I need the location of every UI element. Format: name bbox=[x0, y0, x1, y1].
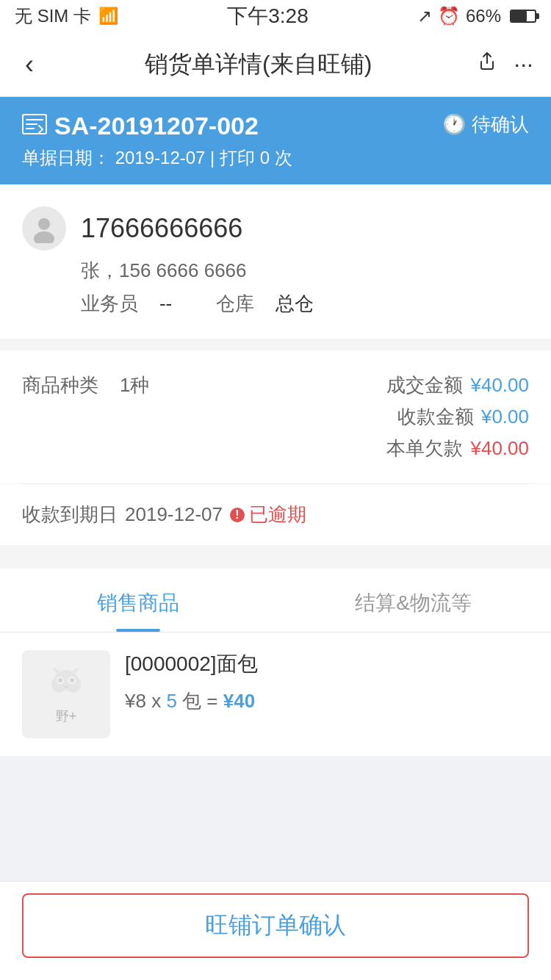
order-icon bbox=[22, 112, 47, 140]
total-value: ¥40 bbox=[223, 690, 255, 712]
salesperson-label: 业务员 -- bbox=[81, 291, 172, 317]
overdue-badge: ! 已逾期 bbox=[230, 502, 306, 527]
wifi-icon: 📶 bbox=[98, 7, 118, 26]
carrier-text: 无 SIM 卡 bbox=[15, 4, 91, 28]
confirm-order-button[interactable]: 旺铺订单确认 bbox=[22, 893, 529, 958]
customer-phone: 17666666666 bbox=[81, 213, 242, 244]
product-image: 野+ bbox=[22, 650, 110, 738]
more-button[interactable]: ··· bbox=[514, 51, 533, 78]
nav-bar: ‹ 销货单详情(来自旺铺) ··· bbox=[0, 32, 551, 97]
svg-point-8 bbox=[58, 678, 62, 682]
section-divider-2 bbox=[0, 545, 551, 557]
status-left: 无 SIM 卡 📶 bbox=[15, 4, 118, 28]
alarm-icon: ⏰ bbox=[438, 6, 460, 26]
status-right: ↗ ⏰ 66% bbox=[417, 6, 536, 26]
amount-row-1: 收款金额 ¥0.00 bbox=[397, 404, 529, 430]
overdue-text: 已逾期 bbox=[249, 502, 306, 527]
order-status: 🕐 待确认 bbox=[442, 112, 529, 137]
summary-section: 商品种类 1种 成交金额 ¥40.00 收款金额 ¥0.00 本单欠款 ¥40.… bbox=[0, 350, 551, 483]
customer-name: 张，156 6666 6666 bbox=[22, 258, 529, 284]
order-header-left: SA-20191207-002 单据日期： 2019-12-07 | 打印 0 … bbox=[22, 112, 292, 170]
avatar bbox=[22, 206, 66, 251]
svg-point-2 bbox=[34, 231, 54, 243]
page-title: 销货单详情(来自旺铺) bbox=[41, 48, 475, 81]
product-info: [0000002]面包 ¥8 x 5 包 = ¥40 bbox=[125, 650, 529, 714]
due-date-label: 收款到期日 bbox=[22, 502, 118, 527]
brand-label: 野+ bbox=[56, 707, 77, 725]
order-date: 单据日期： 2019-12-07 | 打印 0 次 bbox=[22, 146, 292, 170]
section-divider-1 bbox=[0, 339, 551, 350]
product-placeholder-icon bbox=[44, 664, 88, 707]
summary-left: 商品种类 1种 bbox=[22, 372, 149, 461]
bottom-bar: 旺铺订单确认 bbox=[0, 881, 551, 980]
battery-percent: 66% bbox=[466, 6, 501, 26]
status-bar: 无 SIM 卡 📶 下午3:28 ↗ ⏰ 66% bbox=[0, 0, 551, 32]
svg-point-1 bbox=[38, 218, 50, 230]
tabs-header: 销售商品 结算&物流等 bbox=[0, 569, 551, 633]
product-name: [0000002]面包 bbox=[125, 650, 529, 678]
summary-right: 成交金额 ¥40.00 收款金额 ¥0.00 本单欠款 ¥40.00 bbox=[386, 372, 529, 461]
warehouse-label: 仓库 总仓 bbox=[216, 291, 314, 317]
due-date-section: 收款到期日 2019-12-07 ! 已逾期 bbox=[0, 484, 551, 545]
location-icon: ↗ bbox=[417, 6, 432, 26]
clock-icon: 🕐 bbox=[442, 113, 466, 136]
customer-row: 17666666666 bbox=[22, 206, 529, 251]
customer-section: 17666666666 张，156 6666 6666 业务员 -- 仓库 总仓 bbox=[0, 184, 551, 339]
tab-settlement[interactable]: 结算&物流等 bbox=[276, 569, 551, 632]
product-price: ¥8 x 5 包 = ¥40 bbox=[125, 688, 529, 714]
amount-row-2: 本单欠款 ¥40.00 bbox=[386, 436, 529, 461]
category-item: 商品种类 1种 bbox=[22, 372, 149, 398]
order-id: SA-20191207-002 bbox=[22, 112, 292, 140]
back-button[interactable]: ‹ bbox=[18, 42, 41, 87]
overdue-icon: ! bbox=[230, 508, 245, 522]
due-date-value: 2019-12-07 bbox=[125, 503, 223, 526]
tab-products[interactable]: 销售商品 bbox=[0, 569, 276, 632]
tabs-section: 销售商品 结算&物流等 bbox=[0, 569, 551, 756]
customer-meta: 业务员 -- 仓库 总仓 bbox=[22, 291, 529, 317]
share-button[interactable] bbox=[475, 50, 499, 79]
order-header-banner: SA-20191207-002 单据日期： 2019-12-07 | 打印 0 … bbox=[0, 97, 551, 184]
amount-row-0: 成交金额 ¥40.00 bbox=[386, 372, 529, 398]
product-item: 野+ [0000002]面包 ¥8 x 5 包 = ¥40 bbox=[0, 633, 551, 756]
quantity-value: 5 bbox=[166, 690, 182, 712]
svg-point-9 bbox=[70, 678, 74, 682]
time-display: 下午3:28 bbox=[227, 2, 309, 30]
nav-right-actions: ··· bbox=[475, 50, 533, 79]
battery-icon bbox=[510, 10, 536, 23]
